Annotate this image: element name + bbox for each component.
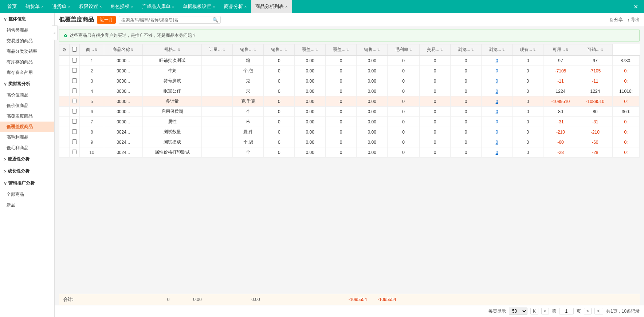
last-page-button[interactable]: >|	[594, 308, 603, 314]
sidebar-item-all-goods[interactable]: 全部商品	[0, 189, 54, 200]
footer-sales-qty: 0	[154, 296, 183, 303]
nav-finished-goods[interactable]: 产成品入库单 ×	[138, 0, 178, 13]
col-coverage-a[interactable]: 覆盖...⇅	[295, 44, 326, 56]
page-size-select[interactable]: 50 20 100 200	[509, 308, 527, 315]
row-checkbox[interactable]	[72, 150, 77, 154]
sidebar-item-stock-capital[interactable]: 库存资金占用	[0, 67, 54, 78]
nav-role-auth-close[interactable]: ×	[131, 4, 133, 9]
first-page-button[interactable]: K	[530, 308, 538, 314]
col-unit[interactable]: 计量...⇅	[202, 44, 233, 56]
row-checkbox[interactable]	[72, 119, 77, 124]
nav-home[interactable]: 首页	[3, 0, 21, 13]
prev-page-button[interactable]: <	[541, 308, 549, 314]
sidebar-item-sales-goods[interactable]: 销售类商品	[0, 25, 54, 36]
nav-finished-goods-close[interactable]: ×	[172, 4, 174, 9]
table-row: 60000...启用保质期个00.0000.00000008080360:	[59, 107, 640, 117]
info-icon: ✿	[64, 33, 67, 38]
footer-spacer3	[270, 299, 343, 300]
table-row: 70000...属性米00.0000.0000000-31-310:	[59, 117, 640, 127]
col-browse-b[interactable]: 浏览...⇅	[482, 44, 513, 56]
content-area: 低覆盖度商品 近一月 🔍 ⎘ 分享 ↑ 导出 ✿ 这些商品只有很少客户购买过，是…	[55, 13, 644, 317]
period-button[interactable]: 近一月	[97, 16, 116, 24]
col-name[interactable]: 商品名称⇅	[104, 44, 143, 56]
row-checkbox[interactable]	[72, 139, 77, 144]
nav-role-auth[interactable]: 角色授权 ×	[106, 0, 137, 13]
footer-label: 合计:	[63, 297, 74, 303]
next-page-button[interactable]: >	[584, 308, 592, 314]
col-browse-a[interactable]: 浏览...⇅	[451, 44, 482, 56]
sidebar-item-traded-goods[interactable]: 交易过的商品	[0, 36, 54, 46]
nav-product-analysis-close[interactable]: ×	[244, 4, 247, 9]
footer-available: -1095554	[372, 296, 401, 303]
nav-purchase-order[interactable]: 进货单 ×	[48, 0, 74, 13]
sidebar-item-low-value[interactable]: 低价值商品	[0, 100, 54, 111]
footer-sales-amt: 0.00	[183, 296, 212, 303]
page-number-input[interactable]	[559, 308, 574, 314]
search-icon[interactable]: 🔍	[212, 17, 218, 23]
nav-permissions[interactable]: 权限设置 ×	[75, 0, 106, 13]
nav-permissions-close[interactable]: ×	[99, 4, 102, 9]
sidebar-item-high-value[interactable]: 高价值商品	[0, 90, 54, 100]
export-icon: ↑	[627, 17, 629, 23]
window-close-button[interactable]: ✕	[631, 3, 641, 10]
col-sales-c[interactable]: 销售...⇅	[357, 44, 388, 56]
search-input[interactable]	[121, 17, 212, 23]
export-button[interactable]: ↑ 导出	[627, 17, 640, 23]
row-checkbox[interactable]	[72, 99, 77, 103]
nav-purchase-order-close[interactable]: ×	[68, 4, 70, 9]
table-footer: 合计: 0 0.00 0.00 -1095554 -1095554	[59, 294, 640, 305]
nav-template-settings[interactable]: 单据模板设置 ×	[178, 0, 219, 13]
footer-spacer2	[212, 299, 241, 300]
search-box: 🔍	[119, 16, 221, 24]
col-sales-qty[interactable]: 销售...⇅	[233, 44, 264, 56]
nav-template-settings-close[interactable]: ×	[213, 4, 215, 9]
sidebar-item-high-coverage[interactable]: 高覆盖度商品	[0, 111, 54, 122]
total-info: 共1页，10条记录	[606, 308, 640, 314]
share-button[interactable]: ⎘ 分享	[610, 17, 623, 23]
table-row: 50000...多计量克,千克00.0000.0000000-1089510-1…	[59, 96, 640, 107]
table-wrapper[interactable]: ⚙ 商...⇅ 商品名称⇅ 规格...⇅ 计量...⇅ 销售...⇅ 销售...…	[59, 44, 640, 294]
nav-sales-order[interactable]: 销货单 ×	[21, 0, 48, 13]
col-coverage-b[interactable]: 覆盖...⇅	[326, 44, 357, 56]
nav-product-analysis-list-close[interactable]: ×	[285, 4, 287, 9]
col-trade[interactable]: 交易...⇅	[420, 44, 451, 56]
pagination-bar: 每页显示 50 20 100 200 K < 第 页 > >| 共1页，10条记…	[55, 305, 644, 317]
header-actions: ⎘ 分享 ↑ 导出	[610, 17, 640, 23]
sidebar-section-wealth[interactable]: ∨ 类财富分析	[0, 78, 54, 90]
nav-product-analysis-list[interactable]: 商品分析列表 ×	[251, 0, 292, 13]
sidebar-item-low-margin[interactable]: 低毛利商品	[0, 143, 54, 153]
sidebar-item-low-coverage[interactable]: 低覆盖度商品	[0, 122, 54, 132]
col-sellable[interactable]: 可销...⇅	[578, 44, 612, 56]
sidebar-item-stocked-goods[interactable]: 有库存的商品	[0, 57, 54, 67]
sidebar-section-liquidity[interactable]: > 流通性分析	[0, 153, 54, 165]
nav-product-analysis[interactable]: 商品分析 ×	[220, 0, 251, 13]
row-checkbox[interactable]	[72, 109, 77, 114]
footer-current-stock: -1095554	[343, 296, 372, 303]
main-layout: ∨ 整体信息 销售类商品 交易过的商品 商品分类动销率 有库存的商品 库存资金占…	[0, 13, 644, 317]
col-sales-amt[interactable]: 销售...⇅	[264, 44, 295, 56]
sidebar-item-category-rate[interactable]: 商品分类动销率	[0, 46, 54, 57]
col-available[interactable]: 可用...⇅	[543, 44, 578, 56]
sidebar-item-new-goods[interactable]: 新品	[0, 200, 54, 210]
sidebar-item-high-margin[interactable]: 高毛利商品	[0, 132, 54, 143]
row-checkbox[interactable]	[72, 68, 77, 73]
top-nav: 首页 销货单 × 进货单 × 权限设置 × 角色授权 × 产成品入库单 × 单据…	[0, 0, 644, 13]
row-checkbox[interactable]	[72, 58, 77, 63]
col-checkbox[interactable]	[70, 44, 80, 56]
table-row: 90024...测试提成个,袋00.0000.0000000-60-600:	[59, 137, 640, 147]
row-checkbox[interactable]	[72, 78, 77, 83]
sidebar-section-overview[interactable]: ∨ 整体信息	[0, 13, 54, 25]
row-checkbox[interactable]	[72, 88, 77, 93]
sidebar-section-marketing[interactable]: ∨ 营销推广分析	[0, 177, 54, 189]
nav-sales-order-close[interactable]: ×	[41, 4, 43, 9]
col-current-stock[interactable]: 现有...⇅	[512, 44, 543, 56]
sidebar-collapse-button[interactable]: «	[52, 25, 58, 40]
arrow-icon-4: >	[4, 169, 6, 174]
col-spec[interactable]: 规格...⇅	[142, 44, 201, 56]
row-checkbox[interactable]	[72, 129, 77, 134]
col-gross-rate[interactable]: 毛利率⇅	[388, 44, 420, 56]
select-all-checkbox[interactable]	[72, 47, 77, 52]
col-code[interactable]: 商...⇅	[80, 44, 104, 56]
sidebar-section-growth[interactable]: > 成长性分析	[0, 165, 54, 177]
col-settings[interactable]: ⚙	[59, 44, 70, 56]
